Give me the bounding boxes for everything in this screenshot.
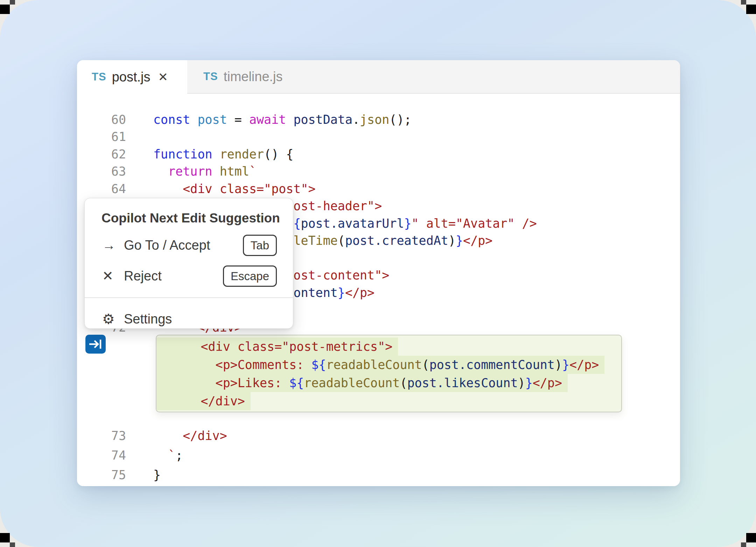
code-token: () { [264, 147, 293, 161]
line-number: 60 [77, 111, 126, 128]
line-number: 74 [77, 447, 126, 464]
line-number: 64 [77, 180, 126, 198]
code-token: </div> [201, 394, 245, 408]
code-line-text: return html` [153, 163, 257, 180]
code-token [156, 394, 201, 408]
code-token: ) [448, 234, 456, 248]
code-token: post [197, 113, 227, 127]
menu-item-label: Settings [124, 310, 172, 328]
suggested-line-highlight: <p>Likes: ${readableCount(post.likesCoun… [156, 374, 568, 392]
code-token: = [227, 113, 249, 127]
code-token: " alt="Avatar" /> [412, 216, 537, 230]
code-line-text: `; [153, 447, 183, 464]
code-token: ${ [289, 376, 304, 390]
code-token: <p>Comments: [216, 358, 312, 372]
code-token: post.commentCount [429, 358, 555, 372]
code-token [212, 147, 220, 161]
line-number: 61 [77, 128, 126, 145]
code-token [153, 182, 183, 196]
code-line[interactable]: 60const post = await postData.json(); [77, 111, 680, 128]
code-token: } [562, 358, 569, 372]
line-number: 62 [77, 145, 126, 163]
code-token [156, 358, 216, 372]
code-token: ; [175, 448, 183, 462]
code-token: . [352, 113, 360, 127]
code-token [212, 164, 220, 178]
code-token: } [525, 376, 533, 390]
menu-item-settings[interactable]: ⚙ Settings [85, 310, 293, 328]
code-token: </p> [569, 358, 599, 372]
code-token: return [168, 164, 212, 178]
code-line[interactable]: 74 `; [77, 447, 680, 464]
copilot-suggestion-block[interactable]: <div class="post-metrics"> <p>Comments: … [156, 335, 622, 412]
code-token: ( [422, 358, 429, 372]
suggested-code-line: <div class="post-metrics"> [156, 338, 621, 356]
menu-item-reject[interactable]: ✕ Reject Escape [85, 267, 293, 285]
suggested-line-highlight: <p>Comments: ${readableCount(post.commen… [156, 356, 604, 374]
code-token: ) [518, 376, 525, 390]
code-token: } [338, 286, 345, 300]
line-number: 73 [77, 427, 126, 445]
code-token: json [360, 113, 389, 127]
code-token: ( [400, 376, 407, 390]
code-line[interactable]: 73 </div> [77, 427, 680, 445]
code-token: </p> [345, 286, 374, 300]
arrow-right-icon: → [102, 236, 115, 254]
code-token: ) [555, 358, 562, 372]
suggested-line-highlight: </div> [156, 392, 251, 410]
code-line[interactable]: 63 return html` [77, 163, 680, 180]
code-token: readableCount [304, 376, 400, 390]
code-line[interactable]: 75} [77, 466, 680, 484]
code-token: postData [293, 113, 352, 127]
code-line[interactable]: 64 <div class="post"> [77, 180, 680, 198]
code-token: <p>Likes: [216, 376, 289, 390]
line-number: 63 [77, 163, 126, 180]
suggested-code-line: <p>Likes: ${readableCount(post.likesCoun… [156, 374, 621, 392]
code-line-text: </div> [153, 427, 227, 445]
popup-title: Copilot Next Edit Suggestion [102, 211, 280, 226]
gear-icon: ⚙ [102, 310, 115, 328]
code-token: <div class="post"> [183, 182, 315, 196]
menu-item-go-to-accept[interactable]: → Go To / Accept Tab [85, 236, 293, 254]
code-token: } [404, 216, 411, 230]
menu-item-label: Go To / Accept [124, 236, 210, 254]
suggested-line-highlight: <div class="post-metrics"> [156, 338, 398, 356]
code-token: ( [338, 234, 345, 248]
code-token [286, 113, 293, 127]
suggested-code-line: <p>Comments: ${readableCount(post.commen… [156, 356, 621, 374]
tab-key-badge: Tab [243, 235, 277, 256]
code-token: function [153, 147, 212, 161]
code-line-text: } [153, 466, 161, 484]
screenshot-stage: TS post.js ✕ TS timeline.js 60const post… [0, 0, 756, 547]
code-token [190, 113, 197, 127]
editor-window: TS post.js ✕ TS timeline.js 60const post… [77, 60, 680, 486]
popup-divider [85, 297, 293, 298]
code-token: } [153, 468, 161, 482]
code-token: </p> [463, 234, 492, 248]
code-token [156, 340, 201, 354]
code-token: post.likesCount [407, 376, 518, 390]
code-token: <div class="post-metrics"> [201, 340, 392, 354]
code-token: </p> [533, 376, 562, 390]
code-token: post.createdAt [345, 234, 448, 248]
tab-jump-icon[interactable] [85, 335, 106, 354]
code-token: ` [168, 448, 175, 462]
code-token [153, 429, 183, 443]
code-token: html [220, 164, 249, 178]
line-number: 75 [77, 466, 126, 484]
code-token [153, 448, 168, 462]
arrow-to-bar-glyph [89, 338, 103, 350]
code-token: ` [249, 164, 257, 178]
code-line-text: const post = await postData.json(); [153, 111, 412, 128]
code-token: await [249, 113, 286, 127]
code-line[interactable]: 61 [77, 128, 680, 145]
code-token: post.avatarUrl [301, 216, 404, 230]
code-line[interactable]: 62function render() { [77, 145, 680, 163]
code-token: const [153, 113, 190, 127]
code-token [153, 164, 168, 178]
code-token: ${ [312, 358, 326, 372]
code-token: render [220, 147, 264, 161]
code-token: readableCount [326, 358, 422, 372]
code-line-text: <div class="post"> [153, 180, 316, 198]
suggested-code-line: </div> [156, 392, 621, 410]
